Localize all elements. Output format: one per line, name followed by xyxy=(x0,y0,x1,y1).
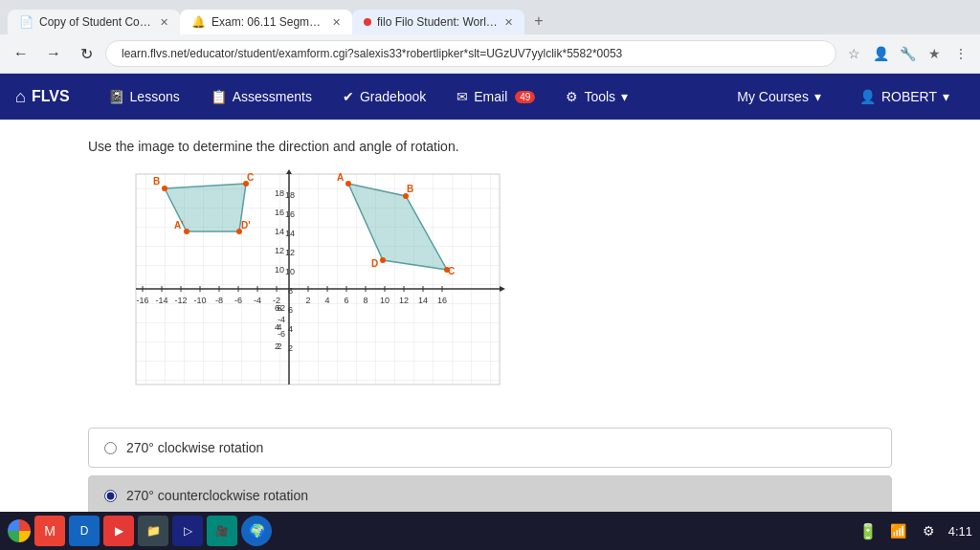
nav-my-courses[interactable]: My Courses ▾ xyxy=(722,74,836,120)
svg-text:-6: -6 xyxy=(278,329,285,339)
new-tab-button[interactable]: + xyxy=(524,8,553,34)
taskbar-docs-icon[interactable]: D xyxy=(69,516,100,546)
nav-tools[interactable]: ⚙ Tools ▾ xyxy=(550,74,643,120)
svg-text:10: 10 xyxy=(285,267,295,276)
svg-text:C: C xyxy=(448,266,455,276)
assessments-label: Assessments xyxy=(233,89,312,104)
point-D xyxy=(380,257,386,263)
svg-text:12: 12 xyxy=(285,248,295,257)
nav-email[interactable]: ✉ Email 49 xyxy=(441,74,550,120)
point-A-prime xyxy=(184,229,189,234)
nav-robert[interactable]: 👤 ROBERT ▾ xyxy=(844,74,965,120)
robert-label: ROBERT xyxy=(881,89,937,104)
taskbar-settings-icon[interactable]: ⚙ xyxy=(918,519,941,542)
svg-text:18: 18 xyxy=(275,188,284,198)
svg-text:12: 12 xyxy=(399,296,409,305)
gradebook-icon: ✔ xyxy=(343,89,354,104)
reload-button[interactable]: ↻ xyxy=(73,40,100,67)
tab-2[interactable]: 🔔 Exam: 06.11 Segment Two Exa... ✕ xyxy=(180,10,352,34)
nav-right: My Courses ▾ 👤 ROBERT ▾ xyxy=(722,74,965,120)
svg-text:D': D' xyxy=(241,220,251,231)
nav-gradebook[interactable]: ✔ Gradebook xyxy=(327,74,441,120)
tab-2-close[interactable]: ✕ xyxy=(332,16,341,29)
extension-icon[interactable]: 🔧 xyxy=(896,42,919,65)
taskbar-files-icon[interactable]: 📁 xyxy=(138,516,168,546)
point-A xyxy=(345,181,351,187)
tools-label: Tools xyxy=(584,89,615,104)
svg-text:14: 14 xyxy=(285,229,295,238)
flvs-logo[interactable]: ⌂ FLVS xyxy=(15,87,70,107)
radio-1[interactable] xyxy=(104,442,117,454)
question-text: Use the image to determine the direction… xyxy=(88,139,892,154)
tab-2-label: Exam: 06.11 Segment Two Exa... xyxy=(212,15,326,29)
answer-option-1[interactable]: 270° clockwise rotation xyxy=(88,428,892,468)
tab-3[interactable]: filo Filo Student: World's Only Li... ✕ xyxy=(352,10,524,34)
svg-text:2: 2 xyxy=(288,343,293,353)
taskbar-gmail-icon[interactable]: M xyxy=(34,516,65,546)
tab-3-label: filo Filo Student: World's Only Li... xyxy=(377,15,499,29)
tab-1[interactable]: 📄 Copy of Student Copy-Math Te... ✕ xyxy=(8,10,180,34)
bookmark-icon[interactable]: ☆ xyxy=(842,42,865,65)
tab-3-close[interactable]: ✕ xyxy=(504,16,513,29)
svg-text:-14: -14 xyxy=(155,296,167,305)
taskbar-youtube-icon[interactable]: ▶ xyxy=(103,516,134,546)
svg-text:A': A' xyxy=(174,220,184,231)
taskbar-chrome-icon[interactable] xyxy=(8,519,31,542)
star-icon[interactable]: ★ xyxy=(923,42,946,65)
tab-1-close[interactable]: ✕ xyxy=(160,16,168,29)
browser-chrome: 📄 Copy of Student Copy-Math Te... ✕ 🔔 Ex… xyxy=(0,0,980,74)
back-button[interactable]: ← xyxy=(8,40,34,67)
svg-text:8: 8 xyxy=(363,296,368,305)
svg-text:12: 12 xyxy=(275,246,284,255)
coordinate-graph: -16 -14 -12 -10 -8 -6 -4 -2 2 4 6 8 10 1… xyxy=(88,169,509,408)
svg-marker-3 xyxy=(500,286,505,292)
nav-lessons[interactable]: 📓 Lessons xyxy=(93,74,195,120)
taskbar: M D ▶ 📁 ▷ 🎥 🌍 🔋 📶 ⚙ 4:11 xyxy=(0,512,980,550)
svg-text:-8: -8 xyxy=(215,296,223,305)
svg-text:-10: -10 xyxy=(193,296,206,305)
nav-assessments[interactable]: 📋 Assessments xyxy=(195,74,327,120)
tab-1-label: Copy of Student Copy-Math Te... xyxy=(39,15,154,29)
flvs-logo-text: FLVS xyxy=(32,88,70,105)
svg-marker-4 xyxy=(286,169,292,174)
radio-2[interactable] xyxy=(104,490,117,502)
tab-bar: 📄 Copy of Student Copy-Math Te... ✕ 🔔 Ex… xyxy=(0,0,980,34)
filo-dot xyxy=(364,18,371,26)
svg-text:6: 6 xyxy=(288,305,293,315)
address-input[interactable] xyxy=(105,40,836,67)
svg-text:A: A xyxy=(337,172,344,183)
svg-text:-4: -4 xyxy=(254,296,261,305)
lessons-label: Lessons xyxy=(130,89,180,104)
svg-text:8: 8 xyxy=(288,286,293,296)
email-label: Email xyxy=(474,89,507,104)
svg-text:B: B xyxy=(153,176,160,187)
svg-text:-16: -16 xyxy=(136,296,148,305)
svg-text:-2: -2 xyxy=(278,303,285,313)
tools-dropdown-icon: ▾ xyxy=(621,89,628,104)
menu-icon[interactable]: ⋮ xyxy=(949,42,972,65)
svg-text:16: 16 xyxy=(285,209,295,219)
my-courses-label: My Courses xyxy=(737,89,809,104)
flvs-nav: ⌂ FLVS 📓 Lessons 📋 Assessments ✔ Gradebo… xyxy=(0,74,980,120)
robert-icon: 👤 xyxy=(859,89,876,104)
svg-text:4: 4 xyxy=(288,324,293,334)
svg-text:6: 6 xyxy=(344,296,348,305)
svg-text:18: 18 xyxy=(285,190,295,200)
taskbar-wifi-icon: 📶 xyxy=(887,519,910,542)
point-B-prime xyxy=(162,186,167,191)
taskbar-meet-icon[interactable]: 🎥 xyxy=(207,516,237,546)
taskbar-play-icon[interactable]: ▷ xyxy=(172,516,203,546)
taskbar-earth-icon[interactable]: 🌍 xyxy=(241,516,272,546)
svg-text:16: 16 xyxy=(275,208,284,217)
svg-text:2: 2 xyxy=(305,296,310,305)
taskbar-battery-icon: 🔋 xyxy=(857,519,880,542)
address-icons: ☆ 👤 🔧 ★ ⋮ xyxy=(842,42,972,65)
graph-container: -16 -14 -12 -10 -8 -6 -4 -2 2 4 6 8 10 1… xyxy=(88,169,892,408)
account-icon[interactable]: 👤 xyxy=(869,42,892,65)
answer-option-2[interactable]: 270° counterclockwise rotation xyxy=(88,475,892,516)
taskbar-time: 4:11 xyxy=(948,524,972,539)
taskbar-right: 🔋 📶 ⚙ 4:11 xyxy=(857,519,972,542)
answer-label-2: 270° counterclockwise rotation xyxy=(126,488,308,503)
forward-button[interactable]: → xyxy=(40,40,67,67)
nav-items: 📓 Lessons 📋 Assessments ✔ Gradebook ✉ Em… xyxy=(93,74,723,120)
